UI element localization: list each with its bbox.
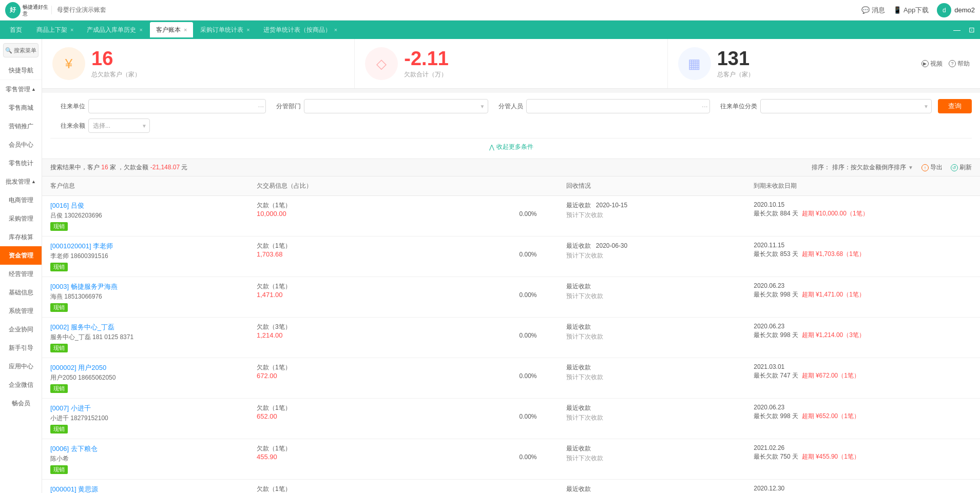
search-button[interactable]: 查询 (938, 99, 972, 113)
sidebar-item-retail-mgmt[interactable]: 零售管理▲ (0, 80, 42, 98)
tab-close-production[interactable]: × (139, 27, 142, 33)
tab-close-customer[interactable]: × (184, 27, 187, 33)
overdue-link[interactable]: 超期 ¥1,703.68（1笔） (802, 250, 865, 258)
next-payment: 预计下次收款 (566, 251, 737, 260)
result-info: 搜索结果中，客户 16 家 ，欠款金额 -21,148.07 元 (50, 163, 187, 172)
customer-name-link[interactable]: 用户2050 (78, 364, 106, 371)
debt-info-cell: 欠款（3笔） 1,214.00 (248, 318, 511, 358)
customer-tag: 现销 (50, 222, 68, 231)
customer-name-link[interactable]: 李老师 (93, 242, 113, 250)
sidebar-item-basic[interactable]: 基础信息 (0, 283, 42, 302)
due-date-cell: 2020.12.30 最长欠款 808 天 超期 ¥429.00（1笔） (745, 480, 980, 494)
app-download-btn[interactable]: 📱 App下载 (893, 6, 929, 15)
customer-code: [0002] (50, 323, 69, 331)
customer-name-link[interactable]: 服务中心_丁磊 (71, 323, 114, 331)
dots-icon[interactable]: ··· (258, 103, 264, 110)
debt-amount[interactable]: 652.00 (257, 412, 503, 420)
customer-name-link[interactable]: 畅捷服务尹海燕 (71, 283, 118, 290)
due-date: 2020.12.30 (754, 485, 972, 492)
chevron-up-icon: ⋀ (489, 144, 494, 151)
quick-nav-item[interactable]: 快捷导航 (0, 62, 42, 80)
customer-tag: 现销 (50, 263, 68, 271)
sidebar-item-guide[interactable]: 新手引导 (0, 339, 42, 357)
tab-production[interactable]: 产成品入库单历史 × (81, 22, 148, 37)
sidebar-item-inventory[interactable]: 库存核算 (0, 228, 42, 246)
balance-select[interactable]: 选择... (88, 119, 150, 133)
recovery-cell: 最近收款 预计下次收款 (558, 480, 745, 494)
debt-amount[interactable]: 455.90 (257, 453, 503, 461)
unit-category-label: 往来单位分类 (716, 102, 757, 111)
tab-collapse-btn[interactable]: — (950, 25, 964, 35)
video-btn[interactable]: ▶ 视频 (921, 60, 943, 68)
tab-close-products[interactable]: × (70, 27, 73, 33)
due-date-cell: 2021.02.26 最长欠款 750 天 超期 ¥455.90（1笔） (745, 439, 980, 480)
debt-amount[interactable]: 1,214.00 (257, 331, 503, 339)
due-date: 2021.02.26 (754, 444, 972, 451)
sidebar-item-vip[interactable]: 畅会员 (0, 394, 42, 412)
user-area[interactable]: d demo2 (937, 3, 975, 17)
sidebar-item-ecommerce[interactable]: 电商管理 (0, 191, 42, 209)
stat-card-debt-customers: ¥ 16 总欠款客户（家） (42, 39, 355, 88)
dept-input[interactable] (304, 99, 488, 113)
customer-contact: 陈小希 (50, 455, 240, 463)
overdue-link[interactable]: 超期 ¥10,000.00（1笔） (802, 210, 869, 217)
tab-customer[interactable]: 客户账本 × (150, 22, 193, 37)
tab-home[interactable]: 首页 (3, 22, 29, 37)
sidebar-item-marketing[interactable]: 营销推广 (0, 117, 42, 135)
source-unit-input[interactable] (88, 99, 266, 113)
customer-code: [0007] (50, 404, 69, 412)
sidebar-item-operation[interactable]: 经营管理 (0, 265, 42, 283)
debt-pct: 0.00% (519, 291, 549, 299)
overdue-link[interactable]: 超期 ¥652.00（1笔） (802, 412, 860, 420)
avatar: d (937, 3, 951, 17)
tab-close-incoming[interactable]: × (334, 27, 337, 33)
debt-info-cell: 欠款（1笔） 10,000.00 (248, 196, 511, 236)
sidebar-item-wechat[interactable]: 企业微信 (0, 376, 42, 394)
customer-contact: 小进千 18279152100 (50, 414, 240, 423)
unit-category-input[interactable] (760, 99, 932, 113)
overdue-link[interactable]: 超期 ¥1,471.00（1笔） (802, 291, 865, 298)
overdue-link[interactable]: 超期 ¥455.90（1笔） (802, 453, 860, 460)
due-date-cell: 2020.06.23 最长欠款 998 天 超期 ¥1,214.00（3笔） (745, 318, 980, 358)
customer-info-cell: [0001020001] 李老师 李老师 18600391516 现销 (42, 236, 248, 277)
sidebar-item-enterprise[interactable]: 企业协同 (0, 320, 42, 339)
sidebar-item-retail-shop[interactable]: 零售商城 (0, 98, 42, 117)
refresh-btn[interactable]: ↺ 刷新 (951, 163, 972, 172)
customer-name-link[interactable]: 去下粮仓 (71, 445, 98, 452)
sidebar-item-purchase[interactable]: 采购管理 (0, 209, 42, 228)
sidebar-item-finance[interactable]: 资金管理 (0, 246, 42, 265)
balance-filter: 往来余额 选择... ▼ (50, 119, 150, 133)
sidebar-item-member[interactable]: 会员中心 (0, 135, 42, 154)
overdue-link[interactable]: 超期 ¥1,214.00（3笔） (802, 331, 865, 339)
sidebar-item-app-center[interactable]: 应用中心 (0, 357, 42, 376)
overdue-info: 最长欠款 884 天 超期 ¥10,000.00（1笔） (754, 209, 972, 218)
tab-products[interactable]: 商品上下架 × (30, 22, 80, 37)
customer-info-cell: [0016] 吕俊 吕俊 13026203696 现销 (42, 196, 248, 236)
customer-name-link[interactable]: 小进千 (71, 404, 91, 412)
debt-amount[interactable]: 1,703.68 (257, 250, 503, 258)
debt-amount[interactable]: 10,000.00 (257, 210, 503, 218)
debt-amount[interactable]: 672.00 (257, 372, 503, 380)
help-btn[interactable]: ? 帮助 (949, 60, 970, 68)
customer-code: [000002] (50, 364, 76, 371)
customer-name-link[interactable]: 黄思源 (78, 485, 98, 493)
next-payment: 预计下次收款 (566, 332, 737, 341)
tab-purchase[interactable]: 采购订单统计表 × (194, 22, 256, 37)
debt-amount[interactable]: 1,471.00 (257, 291, 503, 299)
message-btn[interactable]: 💬 消息 (861, 6, 885, 15)
export-btn[interactable]: ↑ 导出 (921, 163, 943, 172)
tab-close-purchase[interactable]: × (246, 27, 249, 33)
sidebar-item-system[interactable]: 系统管理 (0, 302, 42, 320)
customer-name-link[interactable]: 吕俊 (71, 202, 84, 209)
last-payment: 最近收款 (566, 444, 737, 453)
tab-expand-btn[interactable]: ⊡ (966, 25, 978, 35)
tab-incoming[interactable]: 进货单统计表（按商品） × (257, 22, 343, 37)
recovery-cell: 最近收款 预计下次收款 (558, 318, 745, 358)
sidebar-item-batch-mgmt[interactable]: 批发管理▲ (0, 172, 42, 191)
sidebar-search-btn[interactable]: 🔍 搜索菜单 (3, 43, 39, 57)
person-dots-icon[interactable]: ··· (702, 103, 708, 110)
person-input[interactable] (526, 99, 710, 113)
collapse-btn[interactable]: ⋀ 收起更多条件 (50, 138, 972, 152)
overdue-link[interactable]: 超期 ¥672.00（1笔） (802, 372, 860, 379)
sidebar-item-retail-stats[interactable]: 零售统计 (0, 154, 42, 172)
